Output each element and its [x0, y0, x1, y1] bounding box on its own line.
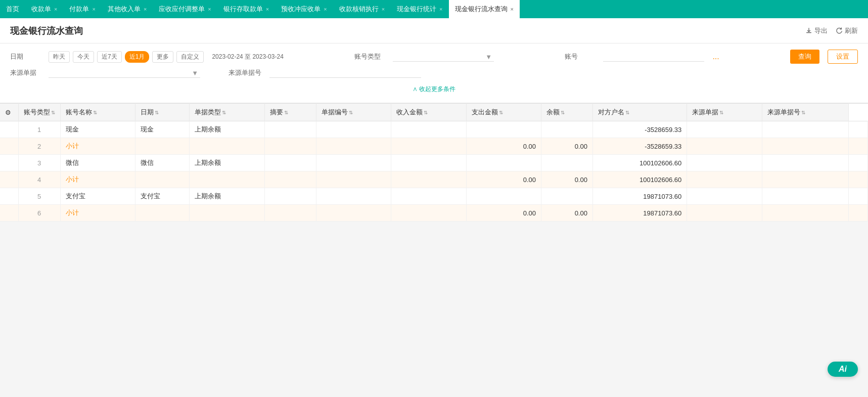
- col-header-accountName[interactable]: 账号名称⇅: [60, 104, 135, 121]
- sort-icon-accountName[interactable]: ⇅: [93, 110, 97, 115]
- cell-accountName: [135, 205, 189, 222]
- col-label-sourceDoc: 来源单据: [692, 108, 718, 116]
- collapse-bar[interactable]: ∧ 收起更多条件: [10, 82, 858, 97]
- sort-icon-date[interactable]: ⇅: [155, 110, 159, 115]
- cell-balance: -3528659.33: [592, 138, 687, 155]
- cell-sourceDocNo: [849, 171, 868, 188]
- sort-icon-sourceDoc[interactable]: ⇅: [719, 110, 723, 115]
- cell-sourceDoc: [762, 155, 849, 171]
- cell-sourceDocNo: [849, 188, 868, 205]
- cell-counterparty: [687, 188, 762, 205]
- close-tab-icon[interactable]: ×: [266, 6, 269, 12]
- dots-button[interactable]: ...: [712, 52, 719, 61]
- source-doc-select-wrap: ▼: [49, 68, 200, 78]
- nav-tab-收款核销执行[interactable]: 收款核销执行×: [333, 0, 391, 18]
- col-header-date[interactable]: 日期⇅: [135, 104, 189, 121]
- cell-balance: 100102606.60: [592, 171, 687, 188]
- col-label-accountType: 账号类型: [24, 108, 50, 116]
- nav-tab-银行存取款单[interactable]: 银行存取款单×: [217, 0, 275, 18]
- settings-button[interactable]: 设置: [828, 50, 858, 64]
- sort-icon-docNo[interactable]: ⇅: [349, 110, 353, 115]
- cell-counterparty: [687, 121, 762, 138]
- cell-counterparty: [687, 155, 762, 171]
- cell-sourceDocNo: [849, 138, 868, 155]
- date-option-近7天[interactable]: 近7天: [97, 51, 122, 63]
- close-tab-icon[interactable]: ×: [54, 6, 57, 12]
- col-header-expense[interactable]: 支出金额⇅: [466, 104, 541, 121]
- col-header-counterparty[interactable]: 对方户名⇅: [592, 104, 687, 121]
- col-header-sourceDocNo[interactable]: 来源单据号⇅: [762, 104, 849, 121]
- col-header-summary[interactable]: 摘要⇅: [264, 104, 316, 121]
- col-header-gear[interactable]: ⚙: [0, 104, 18, 121]
- cell-date: [190, 138, 264, 155]
- date-label: 日期: [10, 52, 40, 61]
- sort-icon-income[interactable]: ⇅: [424, 110, 428, 115]
- date-option-近1月[interactable]: 近1月: [125, 51, 150, 63]
- date-option-更多[interactable]: 更多: [152, 51, 173, 63]
- nav-tab-现金银行流水查询[interactable]: 现金银行流水查询×: [449, 0, 520, 18]
- close-tab-icon[interactable]: ×: [439, 6, 442, 12]
- cell-docNo: [391, 188, 466, 205]
- close-tab-icon[interactable]: ×: [382, 6, 385, 12]
- cell-rowNum: 2: [18, 138, 60, 155]
- nav-tab-付款单[interactable]: 付款单×: [63, 0, 101, 18]
- col-header-accountType[interactable]: 账号类型⇅: [18, 104, 60, 121]
- cell-income: [466, 155, 541, 171]
- gear-icon[interactable]: ⚙: [5, 109, 11, 116]
- cell-docNo: [391, 205, 466, 222]
- close-tab-icon[interactable]: ×: [324, 6, 327, 12]
- col-label-counterparty: 对方户名: [598, 108, 624, 116]
- col-header-balance[interactable]: 余额⇅: [541, 104, 593, 121]
- export-button[interactable]: 导出: [805, 26, 828, 35]
- cell-summary: [316, 188, 391, 205]
- nav-tab-其他收入单[interactable]: 其他收入单×: [102, 0, 153, 18]
- close-tab-icon[interactable]: ×: [144, 6, 147, 12]
- sort-icon-docType[interactable]: ⇅: [222, 110, 226, 115]
- cell-expense: 0.00: [541, 171, 593, 188]
- cell-sourceDoc: [762, 188, 849, 205]
- refresh-button[interactable]: 刷新: [836, 26, 858, 35]
- cell-date: [190, 171, 264, 188]
- nav-tab-收款单[interactable]: 收款单×: [25, 0, 63, 18]
- nav-tab-预收冲应收单[interactable]: 预收冲应收单×: [275, 0, 333, 18]
- cell-sourceDoc: [762, 121, 849, 138]
- account-type-select[interactable]: 现金 微信 支付宝: [393, 52, 494, 62]
- nav-tab-应收应付调整单[interactable]: 应收应付调整单×: [153, 0, 217, 18]
- cell-sourceDoc: [762, 205, 849, 222]
- query-button[interactable]: 查询: [790, 50, 819, 64]
- table-body: 1现金现金上期余额-3528659.332小计0.000.00-3528659.…: [0, 121, 868, 222]
- col-label-expense: 支出金额: [472, 108, 498, 116]
- cell-docNo: [391, 155, 466, 171]
- col-header-sourceDoc[interactable]: 来源单据⇅: [687, 104, 762, 121]
- cell-rowNum: 6: [18, 205, 60, 222]
- nav-tab-现金银行统计[interactable]: 现金银行统计×: [391, 0, 448, 18]
- page-title: 现金银行流水查询: [10, 25, 83, 37]
- cell-summary: [316, 155, 391, 171]
- cell-balance: 19871073.60: [592, 205, 687, 222]
- date-options: 昨天今天近7天近1月更多自定义: [49, 51, 204, 63]
- sort-icon-accountType[interactable]: ⇅: [51, 110, 55, 115]
- cell-accountType: 小计: [60, 205, 135, 222]
- col-header-docType[interactable]: 单据类型⇅: [190, 104, 264, 121]
- date-option-昨天[interactable]: 昨天: [49, 51, 70, 63]
- nav-home[interactable]: 首页: [0, 0, 25, 18]
- col-label-docNo: 单据编号: [322, 108, 348, 116]
- sort-icon-counterparty[interactable]: ⇅: [625, 110, 629, 115]
- date-option-自定义[interactable]: 自定义: [176, 51, 204, 63]
- col-header-income[interactable]: 收入金额⇅: [391, 104, 466, 121]
- sort-icon-expense[interactable]: ⇅: [499, 110, 503, 115]
- table-row: 3微信微信上期余额100102606.60: [0, 155, 868, 171]
- account-input[interactable]: [603, 52, 704, 62]
- sort-icon-balance[interactable]: ⇅: [561, 110, 565, 115]
- close-tab-icon[interactable]: ×: [511, 6, 514, 12]
- sort-icon-sourceDocNo[interactable]: ⇅: [801, 110, 805, 115]
- close-tab-icon[interactable]: ×: [208, 6, 211, 12]
- source-doc-no-input[interactable]: [269, 68, 421, 78]
- date-option-今天[interactable]: 今天: [73, 51, 94, 63]
- source-doc-select[interactable]: [49, 68, 200, 78]
- cell-docType: [264, 155, 316, 171]
- cell-sourceDoc: [762, 171, 849, 188]
- col-header-docNo[interactable]: 单据编号⇅: [316, 104, 391, 121]
- sort-icon-summary[interactable]: ⇅: [284, 110, 288, 115]
- close-tab-icon[interactable]: ×: [92, 6, 95, 12]
